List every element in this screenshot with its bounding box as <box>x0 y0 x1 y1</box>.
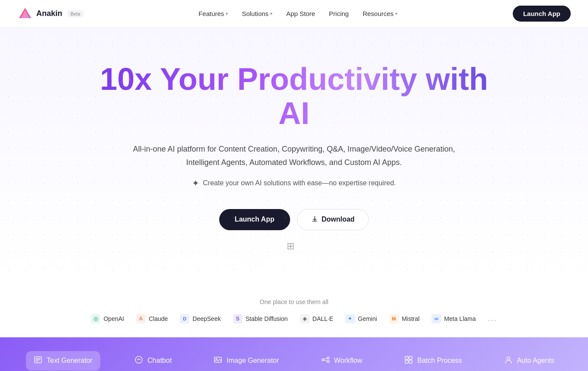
hero-download-button[interactable]: Download <box>297 209 369 230</box>
models-list: ◎ OpenAI A Claude D DeepSeek S Stable Di… <box>91 314 497 323</box>
models-bar: One place to use them all ◎ OpenAI A Cla… <box>0 278 588 337</box>
model-claude[interactable]: A Claude <box>136 314 168 323</box>
chevron-down-icon: ▾ <box>270 11 272 16</box>
svg-point-4 <box>135 356 142 363</box>
logo-text: Anakin <box>36 9 62 18</box>
dalle-logo: ◈ <box>300 314 310 323</box>
hero-section: 10x Your Productivity with AI All-in-one… <box>0 28 588 278</box>
nav-app-store[interactable]: App Store <box>286 10 315 17</box>
models-label: One place to use them all <box>260 298 329 305</box>
svg-point-11 <box>327 360 329 362</box>
nav-pricing[interactable]: Pricing <box>329 10 349 17</box>
model-mistral[interactable]: M Mistral <box>389 314 419 323</box>
model-openai[interactable]: ◎ OpenAI <box>91 314 124 323</box>
hero-tagline: ✦ Create your own AI solutions with ease… <box>192 178 396 188</box>
feature-workflow[interactable]: Workflow <box>313 351 371 371</box>
hero-title: 10x Your Productivity with AI <box>99 62 489 130</box>
svg-rect-14 <box>405 356 408 359</box>
hero-subtitle: All-in-one AI platform for Content Creat… <box>130 143 458 169</box>
svg-point-8 <box>216 358 217 359</box>
models-more: ... <box>488 314 497 323</box>
platform-icons: ⊞ <box>287 241 301 252</box>
feature-image-generator[interactable]: Image Generator <box>206 351 287 371</box>
logo[interactable]: Anakin Beta <box>17 6 83 22</box>
model-gemini[interactable]: ✦ Gemini <box>345 314 377 323</box>
text-generator-icon <box>34 355 42 366</box>
feature-auto-agents[interactable]: Auto Agents <box>496 351 562 371</box>
sparkle-icon: ✦ <box>192 178 199 188</box>
svg-point-10 <box>327 357 329 359</box>
svg-line-12 <box>324 358 327 359</box>
svg-point-5 <box>137 359 138 360</box>
chatbot-icon <box>134 355 143 366</box>
nav-links: Features ▾ Solutions ▾ App Store Pricing… <box>198 10 397 17</box>
hero-buttons: Launch App Download <box>219 209 369 230</box>
nav-features[interactable]: Features ▾ <box>198 10 228 17</box>
navbar: Anakin Beta Features ▾ Solutions ▾ App S… <box>0 0 588 28</box>
chevron-down-icon: ▾ <box>395 11 397 16</box>
svg-point-6 <box>140 359 141 360</box>
model-dalle[interactable]: ◈ DALL·E <box>300 314 333 323</box>
svg-rect-16 <box>405 360 408 363</box>
meta-llama-logo: ∞ <box>431 314 441 323</box>
model-meta-llama[interactable]: ∞ Meta Llama <box>431 314 476 323</box>
nav-solutions[interactable]: Solutions ▾ <box>242 10 272 17</box>
svg-point-18 <box>507 357 510 360</box>
nav-launch-button[interactable]: Launch App <box>513 6 571 22</box>
deepseek-logo: D <box>180 314 189 323</box>
workflow-icon <box>321 355 330 366</box>
svg-point-9 <box>322 358 324 361</box>
batch-process-icon <box>404 355 413 366</box>
gemini-logo: ✦ <box>345 314 355 323</box>
hero-launch-button[interactable]: Launch App <box>219 209 290 230</box>
model-stable-diffusion[interactable]: S Stable Diffusion <box>233 314 288 323</box>
stable-diffusion-logo: S <box>233 314 243 323</box>
model-deepseek[interactable]: D DeepSeek <box>180 314 220 323</box>
claude-logo: A <box>136 314 146 323</box>
download-icon <box>311 216 318 224</box>
svg-line-13 <box>324 360 327 361</box>
features-bar: Text Generator Chatbot Image Generator <box>0 337 588 371</box>
feature-batch-process[interactable]: Batch Process <box>396 351 470 371</box>
windows-icon: ⊞ <box>287 241 294 252</box>
chevron-down-icon: ▾ <box>226 11 228 16</box>
svg-rect-15 <box>409 356 412 359</box>
feature-chatbot[interactable]: Chatbot <box>127 351 179 371</box>
logo-icon <box>17 6 33 22</box>
auto-agents-icon <box>504 355 513 366</box>
feature-text-generator[interactable]: Text Generator <box>26 351 100 371</box>
image-generator-icon <box>214 355 222 366</box>
mistral-logo: M <box>389 314 399 323</box>
svg-rect-17 <box>409 360 412 363</box>
nav-resources[interactable]: Resources ▾ <box>363 10 398 17</box>
openai-logo: ◎ <box>91 314 100 323</box>
beta-badge: Beta <box>67 10 83 17</box>
